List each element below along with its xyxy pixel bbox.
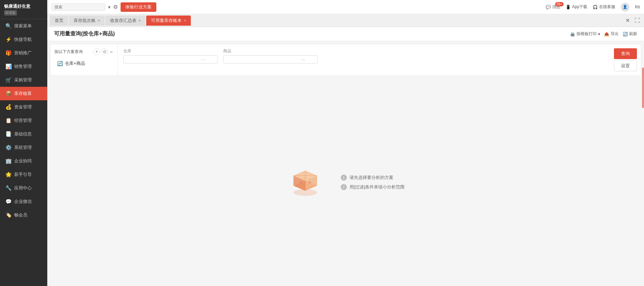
- sidebar-icon-wechat: 💬: [5, 199, 11, 205]
- scheme-icon: 🔄: [57, 61, 63, 66]
- tabs-bar: 首页 库存批次账 × 收发存汇总表 × 可用量库存账本 × ✕ ⛶: [47, 14, 644, 27]
- filter-actions: + ⊙ «: [93, 48, 113, 55]
- tab-inventory-summary-label: 收发存汇总表: [110, 18, 136, 24]
- sidebar-item-quick-nav[interactable]: ⚡快捷导航: [0, 33, 47, 46]
- sidebar-label-wechat: 企业微信: [14, 199, 32, 205]
- settings-btn[interactable]: 设置: [614, 60, 637, 71]
- filter-left-header: 按以下方案查询 + ⊙ «: [54, 48, 113, 55]
- sidebar-icon-guide: 🌟: [5, 172, 11, 178]
- online-service-btn[interactable]: 🎧 在线客服: [593, 4, 615, 10]
- sidebar-item-finance[interactable]: 💰资金管理: [0, 100, 47, 114]
- add-scheme-btn[interactable]: +: [93, 48, 100, 55]
- sidebar-item-enterprise[interactable]: 🏢企业协同: [0, 154, 47, 168]
- empty-illustration: ~: [287, 162, 327, 203]
- sidebar-icon-enterprise: 🏢: [5, 158, 11, 164]
- user-name[interactable]: Rit: [635, 5, 640, 9]
- tab-batch-account-close[interactable]: ×: [98, 19, 100, 23]
- sidebar-item-sales[interactable]: 📊销售管理: [0, 60, 47, 73]
- gear-btn[interactable]: ⚙: [113, 4, 118, 10]
- top-header-right: 💬 消息 99+ 📱 App下载 🎧 在线客服 👤 Rit: [546, 3, 640, 11]
- sidebar-item-apps[interactable]: 🔧应用中心: [0, 181, 47, 195]
- svg-point-7: [300, 181, 302, 183]
- warehouse-input[interactable]: [126, 57, 200, 62]
- user-avatar[interactable]: 👤: [621, 3, 629, 11]
- print-btn[interactable]: 🖨️ 按模板打印 ▾: [570, 31, 600, 37]
- filter-scheme-item[interactable]: 🔄 仓库+商品: [54, 58, 113, 69]
- message-icon: 💬: [546, 5, 551, 9]
- hint-num-1: 1: [341, 175, 347, 181]
- scheme-label: 仓库+商品: [65, 60, 85, 67]
- sidebar-icon-finance: 💰: [5, 104, 11, 110]
- headset-icon: 🎧: [593, 5, 598, 9]
- top-header: ▾ ⚙ 体验行业方案 💬 消息 99+ 📱 App下载 🎧 在线客服 👤 Rit: [47, 0, 644, 14]
- print-label: 按模板打印: [576, 31, 597, 37]
- tab-available-ledger-close[interactable]: ×: [184, 19, 186, 23]
- app-download-label: App下载: [572, 4, 587, 10]
- sidebar-icon-quick-nav: ⚡: [5, 36, 11, 43]
- export-label: 导出: [611, 31, 619, 37]
- hint-item-1: 1 请先选择要分析的方案: [341, 175, 405, 181]
- sidebar-icon-operation: 📋: [5, 118, 11, 124]
- sidebar-item-wechat[interactable]: 💬企业微信: [0, 195, 47, 208]
- sidebar-scroll: 🔍搜索菜单⚡快捷导航🎁营销推广📊销售管理🛒采购管理📦库存核算💰资金管理📋经营管理…: [0, 19, 47, 286]
- sidebar-item-purchase[interactable]: 🛒采购管理: [0, 73, 47, 87]
- sidebar-label-finance: 资金管理: [14, 104, 32, 110]
- app-name: 畅康通好生意: [4, 3, 43, 9]
- tab-expand-btn[interactable]: ⛶: [633, 17, 641, 24]
- tabs-bar-right: ✕ ⛶: [624, 17, 641, 24]
- hint-text-1: 请先选择要分析的方案: [350, 175, 393, 181]
- empty-state: ~ 1 请先选择要分析的方案 2 用[过滤]条件来缩小分析范围: [47, 78, 644, 286]
- hint-item-2: 2 用[过滤]条件来缩小分析范围: [341, 184, 405, 190]
- message-btn[interactable]: 💬 消息 99+: [546, 4, 560, 10]
- export-btn[interactable]: 📤 导出: [604, 31, 619, 37]
- sidebar-icon-marketing: 🎁: [5, 50, 11, 56]
- warehouse-field: 仓库 ···: [123, 48, 218, 63]
- sidebar: 畅康通好生意 标准版 🔍搜索菜单⚡快捷导航🎁营销推广📊销售管理🛒采购管理📦库存核…: [0, 0, 47, 286]
- sidebar-item-basic[interactable]: 📑基础信息: [0, 127, 47, 141]
- dropdown-btn[interactable]: ▾: [108, 4, 110, 10]
- sidebar-item-member[interactable]: 🏷️畅会员: [0, 208, 47, 222]
- sidebar-item-guide[interactable]: 🌟新手引导: [0, 168, 47, 181]
- tab-available-ledger[interactable]: 可用量库存账本 ×: [146, 16, 191, 26]
- sidebar-item-operation[interactable]: 📋经营管理: [0, 114, 47, 127]
- refresh-label: 刷新: [629, 31, 637, 37]
- svg-point-8: [309, 181, 311, 183]
- tab-inventory-summary-close[interactable]: ×: [138, 19, 141, 23]
- goods-dots-btn[interactable]: ···: [301, 57, 305, 62]
- tab-home[interactable]: 首页: [50, 16, 68, 26]
- sidebar-item-system[interactable]: ⚙️系统管理: [0, 141, 47, 154]
- trial-btn[interactable]: 体验行业方案: [121, 2, 156, 12]
- tab-batch-account[interactable]: 库存批次账 ×: [69, 16, 105, 26]
- sidebar-item-marketing[interactable]: 🎁营销推广: [0, 46, 47, 60]
- sidebar-label-search: 搜索菜单: [14, 23, 32, 29]
- collapse-btn[interactable]: «: [109, 48, 113, 55]
- manage-scheme-btn[interactable]: ⊙: [101, 48, 108, 55]
- sidebar-icon-apps: 🔧: [5, 185, 11, 191]
- sidebar-icon-system: ⚙️: [5, 145, 11, 151]
- refresh-btn[interactable]: 🔄 刷新: [623, 31, 637, 37]
- sidebar-label-system: 系统管理: [14, 145, 32, 151]
- tab-close-all-btn[interactable]: ✕: [624, 17, 631, 24]
- sidebar-item-inventory[interactable]: 📦库存核算: [0, 87, 47, 100]
- phone-icon: 📱: [566, 5, 571, 9]
- goods-input[interactable]: [226, 57, 300, 62]
- sidebar-label-operation: 经营管理: [14, 118, 32, 124]
- sidebar-icon-search: 🔍: [5, 23, 11, 29]
- sidebar-label-enterprise: 企业协同: [14, 158, 32, 164]
- sidebar-label-inventory: 库存核算: [14, 90, 32, 97]
- sidebar-icon-purchase: 🛒: [5, 77, 11, 83]
- top-search-input[interactable]: [51, 3, 105, 11]
- query-btn-area: 查询 设置: [614, 44, 641, 75]
- warehouse-label: 仓库: [123, 48, 218, 54]
- tab-batch-account-label: 库存批次账: [74, 18, 96, 24]
- sidebar-item-search[interactable]: 🔍搜索菜单: [0, 19, 47, 33]
- page-actions: 🖨️ 按模板打印 ▾ 📤 导出 🔄 刷新: [570, 31, 637, 37]
- query-btn[interactable]: 查询: [614, 48, 637, 59]
- tab-inventory-summary[interactable]: 收发存汇总表 ×: [105, 16, 146, 26]
- warehouse-dots-btn[interactable]: ···: [201, 57, 205, 62]
- tab-available-ledger-label: 可用量库存账本: [151, 18, 182, 24]
- tab-home-label: 首页: [55, 18, 63, 24]
- print-dropdown-icon: ▾: [598, 32, 600, 36]
- app-download-btn[interactable]: 📱 App下载: [566, 4, 587, 10]
- svg-text:~: ~: [304, 177, 306, 180]
